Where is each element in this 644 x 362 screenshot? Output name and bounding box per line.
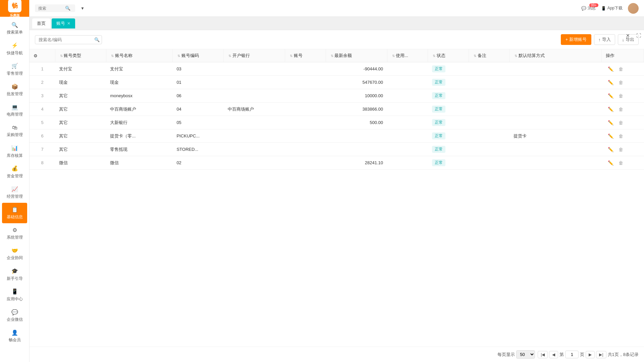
last-page-button[interactable]: ▶| <box>596 351 606 358</box>
edit-button[interactable]: ✏️ <box>606 146 615 153</box>
cell-account <box>285 156 326 170</box>
col-header-bank[interactable]: ⇅ 开户银行 <box>224 49 285 62</box>
sidebar-item-enterprise-agreement[interactable]: 🤝企业协同 <box>0 244 29 264</box>
cell-use <box>387 103 428 116</box>
first-page-button[interactable]: |◀ <box>538 351 548 358</box>
cell-code: 05 <box>172 116 223 129</box>
edit-button[interactable]: ✏️ <box>606 79 615 86</box>
search-icon: 🔍 <box>65 6 70 11</box>
sidebar-item-inventory-mgmt[interactable]: 📊库存核算 <box>0 141 29 162</box>
top-search-box[interactable]: 🔍 <box>35 4 75 12</box>
sidebar-item-wholesale-mgmt[interactable]: 📦批发管理 <box>0 80 29 100</box>
delete-button[interactable]: 🗑 <box>616 146 625 153</box>
nav-dropdown[interactable]: ▼ <box>80 6 85 11</box>
tab-home[interactable]: 首页 <box>32 18 50 28</box>
col-header-status[interactable]: ⇅ 状态 <box>428 49 469 62</box>
edit-button[interactable]: ✏️ <box>606 93 615 99</box>
table-row: 4 其它 中百商场账户 04 中百商场账户 383866.00 正常 ✏️ 🗑 <box>30 103 644 116</box>
col-header-settings[interactable]: ⚙ <box>30 49 55 62</box>
import-button[interactable]: ↑ 导入 <box>594 34 615 45</box>
cell-account <box>285 76 326 89</box>
cell-use <box>387 156 428 170</box>
maximize-window-button[interactable]: ⛶ <box>633 30 644 41</box>
sidebar-item-quick-nav[interactable]: ⚡快捷导航 <box>0 39 29 59</box>
edit-button[interactable]: ✏️ <box>606 160 615 166</box>
tab-close-icon[interactable]: ✕ <box>67 21 70 26</box>
prev-page-button[interactable]: ◀ <box>549 351 558 358</box>
sidebar-item-retail-mgmt[interactable]: 🛒零售管理 <box>0 59 29 79</box>
sidebar-label: 经营管理 <box>7 194 23 199</box>
cell-status: 正常 <box>428 76 469 89</box>
message-button[interactable]: 💬 消息 99+ <box>581 5 596 11</box>
delete-button[interactable]: 🗑 <box>616 93 625 99</box>
sidebar-item-search-menu[interactable]: 🔍搜索菜单 <box>0 18 29 39</box>
sidebar-item-operations-mgmt[interactable]: 📈经营管理 <box>0 182 29 203</box>
col-header-name[interactable]: ⇅ 账号名称 <box>106 49 172 62</box>
col-header-type[interactable]: ⇅ 账号类型 <box>55 49 106 62</box>
sidebar-label: 批发管理 <box>7 91 23 97</box>
col-header-action: 操作 <box>602 49 644 62</box>
sidebar: 畅 乐惠版 🔍搜索菜单⚡快捷导航🛒零售管理📦批发管理💻电商管理🛍采购管理📊库存核… <box>0 0 30 362</box>
delete-button[interactable]: 🗑 <box>616 160 625 166</box>
next-page-button[interactable]: ▶ <box>586 351 595 358</box>
cell-action: ✏️ 🗑 <box>602 89 644 103</box>
sidebar-item-ecommerce-mgmt[interactable]: 💻电商管理 <box>0 100 29 121</box>
col-header-remark[interactable]: ⇅ 备注 <box>469 49 510 62</box>
cell-remark <box>469 62 510 76</box>
account-search-wrap[interactable]: 🔍 <box>35 35 102 44</box>
cell-status: 正常 <box>428 116 469 129</box>
cell-status: 正常 <box>428 89 469 103</box>
sidebar-item-app-center[interactable]: 📱应用中心 <box>0 285 29 305</box>
top-search-input[interactable] <box>38 6 65 11</box>
sidebar-item-system-mgmt[interactable]: ⚙系统管理 <box>0 223 29 244</box>
status-badge: 正常 <box>432 119 445 126</box>
cell-bank <box>224 76 285 89</box>
delete-button[interactable]: 🗑 <box>616 119 625 126</box>
cell-code: 06 <box>172 89 223 103</box>
account-search-input[interactable] <box>39 37 92 42</box>
edit-button[interactable]: ✏️ <box>606 66 615 72</box>
user-avatar[interactable] <box>628 3 639 14</box>
sidebar-item-basic-info[interactable]: 📋基础信息 <box>2 203 27 223</box>
cell-status: 正常 <box>428 156 469 170</box>
col-header-settle[interactable]: ⇅ 默认结算方式 <box>509 49 601 62</box>
table-row: 2 现金 现金 01 547670.00 正常 ✏️ 🗑 <box>30 76 644 89</box>
col-header-code[interactable]: ⇅ 账号编码 <box>172 49 223 62</box>
table-row: 6 其它 提货卡（零... PICKUPC... 正常 提货卡 ✏️ 🗑 <box>30 129 644 143</box>
sidebar-label: 新手引导 <box>7 276 23 282</box>
cell-bank: 中百商场账户 <box>224 103 285 116</box>
delete-button[interactable]: 🗑 <box>616 66 625 72</box>
add-account-button[interactable]: + 新增账号 <box>561 34 591 45</box>
delete-button[interactable]: 🗑 <box>616 79 625 86</box>
edit-button[interactable]: ✏️ <box>606 133 615 139</box>
cell-num: 3 <box>30 89 55 103</box>
tab-account[interactable]: 账号✕ <box>52 18 75 28</box>
sidebar-item-member[interactable]: 👤畅会员 <box>0 326 29 346</box>
sidebar-item-new-guide[interactable]: 🎓新手引导 <box>0 264 29 285</box>
sort-icon: ⇅ <box>228 54 231 58</box>
col-header-use[interactable]: ⇅ 使用... <box>387 49 428 62</box>
edit-button[interactable]: ✏️ <box>606 106 615 113</box>
sort-icon: ⇅ <box>60 54 63 58</box>
page-size-dropdown[interactable]: 102050100 <box>516 350 535 359</box>
sort-icon: ⇅ <box>331 54 333 58</box>
edit-button[interactable]: ✏️ <box>606 119 615 126</box>
cell-num: 4 <box>30 103 55 116</box>
page-input[interactable] <box>565 351 579 358</box>
sidebar-item-purchase-mgmt[interactable]: 🛍采购管理 <box>0 121 29 141</box>
col-header-account[interactable]: ⇅ 账号 <box>285 49 326 62</box>
col-header-balance[interactable]: ⇅ 最新余额 <box>326 49 387 62</box>
basic-info-icon: 📋 <box>11 206 18 214</box>
close-window-button[interactable]: ✕ <box>623 30 633 41</box>
cell-settle <box>509 62 601 76</box>
app-download-button[interactable]: 📱 App下载 <box>601 5 623 11</box>
table-row: 1 支付宝 支付宝 03 -90444.00 正常 ✏️ 🗑 <box>30 62 644 76</box>
cell-action: ✏️ 🗑 <box>602 129 644 143</box>
delete-button[interactable]: 🗑 <box>616 106 625 113</box>
sidebar-item-capital-mgmt[interactable]: 💰资金管理 <box>0 162 29 182</box>
sidebar-item-enterprise-wechat[interactable]: 💬企业微信 <box>0 305 29 326</box>
sidebar-nav: 🔍搜索菜单⚡快捷导航🛒零售管理📦批发管理💻电商管理🛍采购管理📊库存核算💰资金管理… <box>0 17 29 362</box>
cell-type: 其它 <box>55 129 106 143</box>
gear-icon: ⚙ <box>34 53 38 58</box>
delete-button[interactable]: 🗑 <box>616 133 625 139</box>
